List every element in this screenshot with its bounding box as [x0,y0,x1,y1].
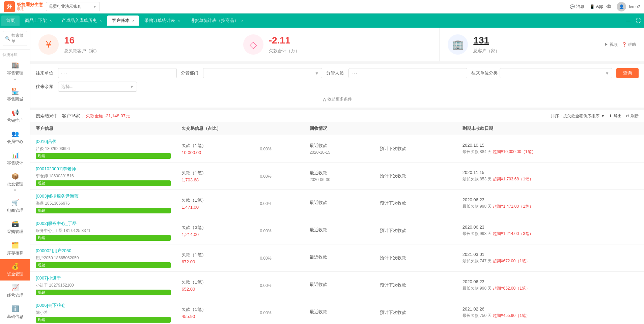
debt-customers-icon: ¥ [38,34,59,55]
tab-customer-account[interactable]: 客户账本 × [107,16,139,26]
overdue-days: 最长欠款 884 天 超期¥10,000.00（1笔） [463,149,639,155]
tab-purchase-order-close[interactable]: × [178,19,180,23]
overdue-link[interactable]: 超期¥652.00（1笔） [493,286,530,291]
sidebar-item-stock-check[interactable]: 🗂️ 库存核算 [0,238,30,259]
collection-label: 最近收款 [310,254,369,260]
tab-purchase-order[interactable]: 采购订单统计表 × [140,16,185,26]
tab-stock-stats[interactable]: 进货单统计表（按商品） × [186,16,248,26]
debt-ratio-cell: 0.00% [255,135,304,163]
tab-minimize-btn[interactable]: — [624,17,633,25]
customer-name[interactable]: [0001020001]李老师 [36,166,171,172]
top-bar-right: 💬 消息 📱 App下载 👤 demo2 [570,2,640,11]
customer-name[interactable]: [0003]畅捷服务尹海蓝 [36,193,171,199]
tab-home[interactable]: 首页 [1,16,20,26]
overdue-link[interactable]: 超期¥1,214.00（3笔） [493,231,533,236]
debt-ratio: 0.00% [260,256,272,261]
sidebar-item-ecommerce[interactable]: 🛒 电商管理 [0,196,30,217]
customer-name[interactable]: [0007]小进干 [36,275,171,281]
th-debt-info: 欠交易信息（占比） [176,122,304,135]
overdue-info-cell: 2020.10.15 最长欠款 884 天 超期¥10,000.00（1笔） [457,135,644,163]
overdue-link[interactable]: 超期¥10,000.00（1笔） [493,149,536,154]
search-menu-box[interactable]: 🔍 搜索菜单 [3,31,27,46]
sidebar-search[interactable]: 🔍 搜索菜单 [0,28,30,50]
help-btn[interactable]: ❓ 帮助 [622,42,636,48]
user-profile-btn[interactable]: 👤 demo2 [617,2,640,11]
sidebar-item-member-center[interactable]: 👥 会员中心 [0,127,30,148]
debt-amount-value: -2.11 [269,35,300,46]
app-download-btn[interactable]: 📱 App下载 [590,4,611,9]
tab-stock-stats-close[interactable]: × [241,19,243,23]
sidebar-item-zero-mall[interactable]: 🏪 零售商城 [0,84,30,106]
collection-info: 最近收款 2020-10-15 [310,143,369,155]
tab-expand-btn[interactable]: ⛶ [634,17,643,25]
customer-info: [0002]服务中心_丁磊 服务中心_丁磊 181 0125 8371 现销 [36,220,171,241]
overdue-link[interactable]: 超期¥672.00（1笔） [493,259,530,263]
store-selector[interactable]: 母婴行业演示账套 ▼ [46,2,100,11]
sidebar-item-batch-mgmt[interactable]: 📦 批发管理 ▼ [0,169,30,196]
sidebar-item-finance-mgmt[interactable]: 💰 资金管理 [0,259,30,281]
message-btn[interactable]: 💬 消息 [570,4,584,9]
app-logo: 好 [4,1,15,12]
next-collection-cell: 预计下次收款 [374,299,457,324]
sidebar-item-purchase-mgmt[interactable]: 🗃️ 采购管理 [0,217,30,238]
sidebar-item-basic-info[interactable]: ℹ️ 基础信息 [0,302,30,323]
th-due-date: 到期未收款日期 [457,122,644,135]
from-unit-input[interactable]: ··· [58,68,177,78]
debt-ratio-cell: 0.00% [255,217,304,244]
branch-person-input[interactable]: ··· [348,68,467,78]
customer-name[interactable]: [000002]用户2050 [36,248,171,254]
top-bar-left: 好 畅捷通好生意 示范 母婴行业演示账套 ▼ [4,1,100,12]
customer-name[interactable]: [0002]服务中心_丁磊 [36,220,171,227]
tab-product-manage-close[interactable]: × [50,19,52,23]
branch-dept-select[interactable]: ▼ [203,68,322,78]
collection-info-cell: 最近收款 2020-06-30 [304,163,374,190]
stat-total-customers: 🏢 131 总客户（家） ▶ 视频 ❓ 帮助 [440,28,644,61]
tab-product-history-close[interactable]: × [100,19,102,23]
search-icon: 🔍 [5,36,10,41]
debt-amount: 652.00 [181,287,249,292]
debt-info: 欠款（1笔） 672.00 [181,252,249,264]
sidebar-item-batch-mgmt-label: 批发管理 [7,181,23,187]
overdue-info: 2020.06.23 最长欠款 998 天 超期¥1,471.00（1笔） [463,197,639,209]
customer-info: [0016]吕俊 吕俊 13026203696 现销 [36,139,171,159]
search-button[interactable]: 查询 [616,68,639,78]
refresh-btn[interactable]: ↺ 刷新 [626,113,639,119]
debt-ratio-cell: 0.00% [255,163,304,190]
search-menu-label: 搜索菜单 [11,33,25,44]
app-download-icon: 📱 [590,4,595,9]
sidebar-item-zero-sales-mgmt[interactable]: 🏬 零售管理 ▲ [0,58,30,84]
overdue-info: 2020.06.23 最长欠款 998 天 超期¥652.00（1笔） [463,279,639,291]
customer-name[interactable]: [0016]吕俊 [36,139,171,145]
table-row: [0002]服务中心_丁磊 服务中心_丁磊 181 0125 8371 现销 欠… [30,217,644,244]
overdue-date: 2020.11.15 [463,170,639,175]
customer-phone: 用户2050 18665062050 [36,255,171,261]
tab-product-history[interactable]: 产成品入库单历史 × [57,16,106,26]
from-balance-select[interactable]: 选择... ▼ [58,82,137,92]
collection-info: 最近收款 [310,254,369,262]
view-btn[interactable]: ▶ 视频 [604,42,617,48]
tab-customer-account-close[interactable]: × [132,19,134,23]
overdue-days: 最长欠款 998 天 超期¥1,214.00（3笔） [463,231,639,237]
collection-date: 2020-06-30 [310,177,369,182]
batch-mgmt-icon: 📦 [11,173,19,180]
from-unit-class-select[interactable]: ▼ [500,68,612,78]
collection-info-cell: 最近收款 [304,244,374,272]
sort-btn[interactable]: 排序：按欠款金额倒序排序 ▼ [551,113,605,119]
stock-check-icon: 🗂️ [11,241,19,249]
overdue-link[interactable]: 超期¥455.90（1笔） [493,313,530,318]
overdue-link[interactable]: 超期¥1,703.68（1笔） [493,177,533,181]
sidebar-item-zero-stats[interactable]: 📊 零售统计 [0,148,30,169]
sidebar-item-marketing[interactable]: 📢 营销推广 [0,106,30,127]
collection-date: 2020-10-15 [310,150,369,155]
sidebar-item-ops-mgmt[interactable]: 📈 经营管理 [0,281,30,302]
overdue-link[interactable]: 超期¥1,471.00（1笔） [493,204,533,209]
tab-product-manage[interactable]: 商品上下架 × [20,16,56,26]
total-customers-info: 131 总客户（家） [473,35,500,54]
export-icon: ⬆ [609,114,612,118]
export-btn[interactable]: ⬆ 导出 [609,113,622,119]
next-collection-label: 预计下次收款 [380,173,406,178]
customer-name[interactable]: [0006]去下粮仓 [36,302,171,308]
collection-label: 最近收款 [310,309,369,315]
collapse-btn[interactable]: ⋀ 收起更多条件 [323,96,352,102]
overdue-info-cell: 2020.06.23 最长欠款 998 天 超期¥652.00（1笔） [457,272,644,299]
